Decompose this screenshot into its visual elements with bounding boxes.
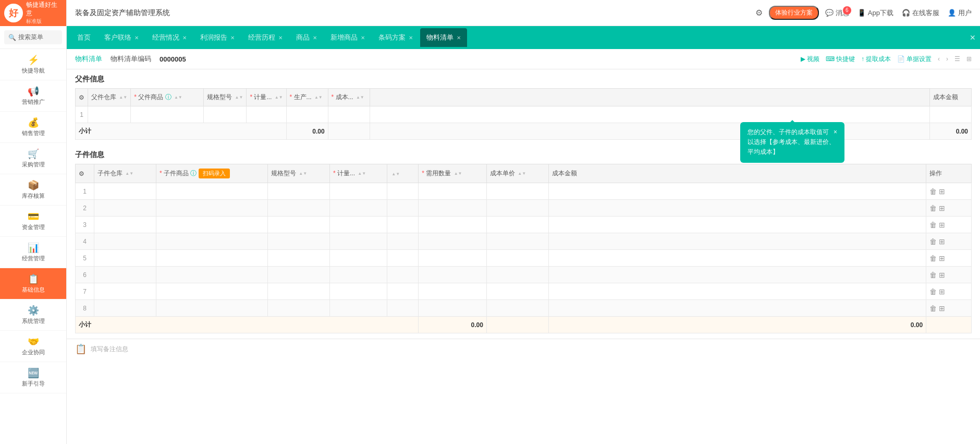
copy-icon[interactable]: ⊞ <box>939 187 945 196</box>
child-cell-qty[interactable] <box>419 183 487 200</box>
single-settings-action[interactable]: 📄 单据设置 <box>897 55 932 64</box>
child-cell-product[interactable] <box>156 267 268 283</box>
tab-bom-close[interactable]: ✕ <box>457 35 461 41</box>
child-cell-spec[interactable] <box>267 200 329 217</box>
video-action[interactable]: ▶ 视频 <box>801 55 819 64</box>
tab-goods-close[interactable]: ✕ <box>313 35 317 41</box>
child-cell-qty[interactable] <box>419 250 487 267</box>
child-cell-warehouse[interactable] <box>94 300 156 317</box>
breadcrumb-link[interactable]: 物料清单 <box>75 55 102 63</box>
parent-cell-production[interactable] <box>286 106 328 123</box>
child-cell-product[interactable] <box>156 283 268 300</box>
child-cell-spec[interactable] <box>267 233 329 250</box>
child-cell-warehouse[interactable] <box>94 267 156 283</box>
child-cell-product[interactable] <box>156 233 268 250</box>
copy-icon[interactable]: ⊞ <box>939 204 945 212</box>
child-cell-unit[interactable] <box>329 267 387 283</box>
child-cell-unitprice[interactable] <box>486 250 548 267</box>
tab-profit[interactable]: 利润报告 ✕ <box>194 28 241 47</box>
copy-icon[interactable]: ⊞ <box>939 221 945 229</box>
user-button[interactable]: 👤 用户 <box>948 8 972 18</box>
child-cell-spec[interactable] <box>267 267 329 283</box>
child-cell-product[interactable] <box>156 217 268 233</box>
delete-icon[interactable]: 🗑 <box>929 271 937 279</box>
parent-cell-cost[interactable] <box>328 106 370 123</box>
child-cell-warehouse[interactable] <box>94 183 156 200</box>
sidebar-item-operation[interactable]: 📊 经营管理 <box>0 237 66 268</box>
delete-icon[interactable]: 🗑 <box>929 221 937 229</box>
child-cell-unit[interactable] <box>329 233 387 250</box>
tab-operation-history-close[interactable]: ✕ <box>278 35 283 41</box>
child-cell-spec[interactable] <box>267 300 329 317</box>
app-download-button[interactable]: 📱 App下载 <box>858 8 893 18</box>
child-cell-spec[interactable] <box>267 250 329 267</box>
parent-cell-product[interactable] <box>131 106 204 123</box>
tab-operation-status-close[interactable]: ✕ <box>182 35 187 41</box>
scan-button[interactable]: 扫码录入 <box>199 169 230 178</box>
tab-barcode[interactable]: 条码方案 ✕ <box>372 28 419 47</box>
settings-icon[interactable]: ⚙ <box>755 8 763 18</box>
sidebar-item-collab[interactable]: 🤝 企业协同 <box>0 331 66 362</box>
parent-cell-warehouse[interactable] <box>88 106 131 123</box>
nav-next[interactable]: › <box>946 55 948 63</box>
nav-list[interactable]: ☰ <box>954 55 960 63</box>
sidebar-item-quick-nav[interactable]: ⚡ 快捷导航 <box>0 49 66 80</box>
child-cell-unitprice[interactable] <box>486 217 548 233</box>
child-cell-warehouse[interactable] <box>94 217 156 233</box>
nav-expand[interactable]: ⊞ <box>966 55 972 63</box>
sidebar-item-system[interactable]: ⚙️ 系统管理 <box>0 299 66 331</box>
child-cell-unitprice[interactable] <box>486 200 548 217</box>
parent-cell-spec[interactable] <box>204 106 247 123</box>
child-cell-product[interactable] <box>156 200 268 217</box>
tab-operation-status[interactable]: 经营情况 ✕ <box>146 28 193 47</box>
child-cell-spec[interactable] <box>267 217 329 233</box>
copy-icon[interactable]: ⊞ <box>939 271 945 279</box>
child-cell-unitprice[interactable] <box>486 300 548 317</box>
online-service-button[interactable]: 🎧 在线客服 <box>902 8 939 18</box>
child-cell-qty[interactable] <box>419 217 487 233</box>
search-menu-button[interactable]: 🔍 搜索菜单 <box>4 30 62 44</box>
child-cell-unit[interactable] <box>329 217 387 233</box>
sidebar-item-basic[interactable]: 📋 基础信息 <box>0 268 66 299</box>
tab-operation-history[interactable]: 经营历程 ✕ <box>242 28 289 47</box>
child-cell-unitprice[interactable] <box>486 283 548 300</box>
child-cell-unit[interactable] <box>329 300 387 317</box>
child-cell-unit[interactable] <box>329 200 387 217</box>
child-cell-product[interactable] <box>156 250 268 267</box>
message-button[interactable]: 💬 消息 6 <box>825 8 849 18</box>
tab-customer[interactable]: 客户联络 ✕ <box>98 28 145 47</box>
sidebar-item-marketing[interactable]: 📢 营销推广 <box>0 80 66 112</box>
bottom-hint[interactable]: 填写备注信息 <box>91 345 128 354</box>
child-cell-unitprice[interactable] <box>486 267 548 283</box>
child-th-settings[interactable]: ⚙ <box>76 164 94 183</box>
child-cell-unitprice[interactable] <box>486 233 548 250</box>
delete-icon[interactable]: 🗑 <box>929 237 937 246</box>
child-cell-unitprice[interactable] <box>486 183 548 200</box>
child-cell-qty[interactable] <box>419 283 487 300</box>
delete-icon[interactable]: 🗑 <box>929 204 937 212</box>
tab-profit-close[interactable]: ✕ <box>230 35 235 41</box>
nav-prev[interactable]: ‹ <box>938 55 940 63</box>
child-cell-qty[interactable] <box>419 200 487 217</box>
delete-icon[interactable]: 🗑 <box>929 287 937 296</box>
tab-goods[interactable]: 商品 ✕ <box>290 28 323 47</box>
sidebar-item-inventory[interactable]: 📦 库存核算 <box>0 174 66 206</box>
delete-icon[interactable]: 🗑 <box>929 187 937 196</box>
tab-home[interactable]: 首页 <box>71 28 97 47</box>
copy-icon[interactable]: ⊞ <box>939 254 945 262</box>
delete-icon[interactable]: 🗑 <box>929 304 937 313</box>
parent-th-settings[interactable]: ⚙ <box>76 89 88 106</box>
child-cell-warehouse[interactable] <box>94 233 156 250</box>
child-cell-warehouse[interactable] <box>94 200 156 217</box>
copy-icon[interactable]: ⊞ <box>939 237 945 246</box>
parent-cell-unit[interactable] <box>247 106 286 123</box>
sidebar-item-sales[interactable]: 💰 销售管理 <box>0 112 66 143</box>
delete-icon[interactable]: 🗑 <box>929 254 937 262</box>
child-cell-qty[interactable] <box>419 233 487 250</box>
child-cell-unit[interactable] <box>329 250 387 267</box>
sidebar-item-purchase[interactable]: 🛒 采购管理 <box>0 143 66 174</box>
child-cell-spec[interactable] <box>267 183 329 200</box>
tab-customer-close[interactable]: ✕ <box>134 35 139 41</box>
tab-new-goods[interactable]: 新增商品 ✕ <box>324 28 371 47</box>
tab-bom[interactable]: 物料清单 ✕ <box>420 28 467 47</box>
